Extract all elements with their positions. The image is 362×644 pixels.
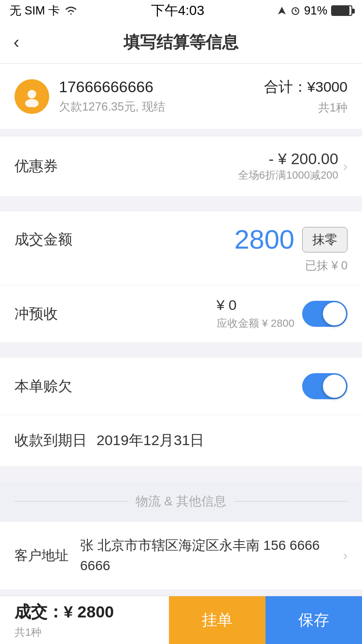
customer-subtext: 欠款1276.35元, 现结 (59, 99, 264, 114)
due-date-row: 收款到期日 2019年12月31日 (0, 415, 362, 466)
divider-line-right (234, 501, 348, 502)
avatar (14, 79, 49, 114)
location-icon (277, 6, 287, 15)
status-left: 无 SIM 卡 (10, 3, 78, 18)
battery-icon (331, 5, 352, 16)
coupon-discount: - ¥ 200.00 (238, 150, 338, 168)
bottom-summary: 成交：¥ 2800 共1种 (0, 601, 169, 640)
debt-label: 本单赊欠 (14, 377, 72, 396)
due-date-label: 收款到期日 (14, 431, 87, 450)
battery-percent: 91% (304, 4, 327, 17)
coupon-right: - ¥ 200.00 全场6折满1000减200 › (238, 150, 348, 182)
prepay-label: 冲预收 (14, 304, 58, 324)
status-bar: 无 SIM 卡 下午4:03 91% (0, 0, 362, 21)
customer-row: 17666666666 欠款1276.35元, 现结 合计：¥3000 共1种 (0, 64, 362, 129)
bottom-bar: 成交：¥ 2800 共1种 挂单 保存 (0, 596, 362, 644)
customer-card: 17666666666 欠款1276.35元, 现结 合计：¥3000 共1种 (0, 64, 362, 129)
bottom-deal-amount: ¥ 2800 (64, 602, 114, 621)
prepay-amount: ¥ 0 (217, 297, 294, 313)
address-card[interactable]: 客户地址 张 北京市市辖区海淀区永丰南 156 6666 6666 › (0, 521, 362, 589)
address-chevron: › (343, 548, 348, 563)
prepay-subtext: 应收金额 ¥ 2800 (217, 316, 294, 331)
debt-toggle[interactable] (302, 373, 348, 399)
section-gap-1 (0, 204, 362, 211)
prepay-section: 冲预收 ¥ 0 应收金额 ¥ 2800 (0, 285, 362, 342)
bottom-deal-label: 成交：¥ 2800 (14, 601, 154, 623)
coupon-label: 优惠券 (14, 156, 58, 176)
deal-card: 成交金额 2800 抹零 已抹 ¥ 0 冲预收 ¥ 0 应收金额 ¥ 2800 (0, 211, 362, 342)
customer-total: 合计：¥3000 共1种 (264, 77, 348, 115)
wifi-icon (64, 5, 78, 16)
avatar-icon (21, 86, 42, 107)
coupon-desc: 全场6折满1000减200 (238, 168, 338, 182)
total-amount: 合计：¥3000 (264, 77, 348, 97)
prepay-row: 冲预收 ¥ 0 应收金额 ¥ 2800 (14, 297, 348, 331)
divider-section: 物流 & 其他信息 (0, 481, 362, 521)
coupon-chevron: › (343, 159, 348, 174)
back-button[interactable]: ‹ (14, 32, 19, 53)
section-gap-3 (0, 474, 362, 481)
status-right: 91% (277, 4, 352, 17)
svg-point-5 (25, 99, 39, 107)
deal-right: 2800 抹零 (234, 226, 348, 253)
round-button[interactable]: 抹零 (302, 227, 348, 252)
divider-label: 物流 & 其他信息 (136, 493, 226, 510)
address-value: 张 北京市市辖区海淀区永丰南 156 6666 6666 (80, 535, 343, 576)
page-title: 填写结算等信息 (124, 31, 238, 54)
divider-line-left (14, 501, 128, 502)
coupon-row[interactable]: 优惠券 - ¥ 200.00 全场6折满1000减200 › (0, 137, 362, 196)
address-row[interactable]: 客户地址 张 北京市市辖区海淀区永丰南 156 6666 6666 › (0, 521, 362, 589)
deal-prefix: 成交： (14, 602, 64, 621)
sim-icon: 无 SIM 卡 (10, 3, 60, 18)
hang-button[interactable]: 挂单 (169, 596, 265, 644)
total-count: 共1种 (264, 100, 348, 115)
debt-card: 本单赊欠 收款到期日 2019年12月31日 (0, 358, 362, 466)
bottom-count: 共1种 (14, 625, 154, 640)
debt-row: 本单赊欠 (0, 358, 362, 415)
deal-amount-value: 2800 (234, 226, 294, 253)
section-gap-2 (0, 350, 362, 358)
alarm-icon (291, 6, 300, 15)
deal-subtext: 已抹 ¥ 0 (0, 258, 362, 285)
address-label: 客户地址 (14, 546, 69, 565)
prepay-toggle[interactable] (302, 301, 348, 327)
nav-bar: ‹ 填写结算等信息 (0, 21, 362, 64)
debt-toggle-knob (323, 375, 346, 398)
svg-point-4 (28, 90, 36, 98)
deal-label: 成交金额 (14, 230, 72, 250)
toggle-knob (323, 302, 346, 325)
svg-marker-0 (278, 7, 286, 14)
deal-amount-row: 成交金额 2800 抹零 (0, 211, 362, 258)
prepay-right: ¥ 0 应收金额 ¥ 2800 (217, 297, 348, 331)
customer-phone: 17666666666 (59, 78, 264, 96)
coupon-card[interactable]: 优惠券 - ¥ 200.00 全场6折满1000减200 › (0, 137, 362, 196)
due-date-value: 2019年12月31日 (97, 431, 204, 450)
save-button[interactable]: 保存 (265, 596, 362, 644)
customer-info: 17666666666 欠款1276.35元, 现结 (59, 78, 264, 114)
status-time: 下午4:03 (151, 1, 205, 20)
